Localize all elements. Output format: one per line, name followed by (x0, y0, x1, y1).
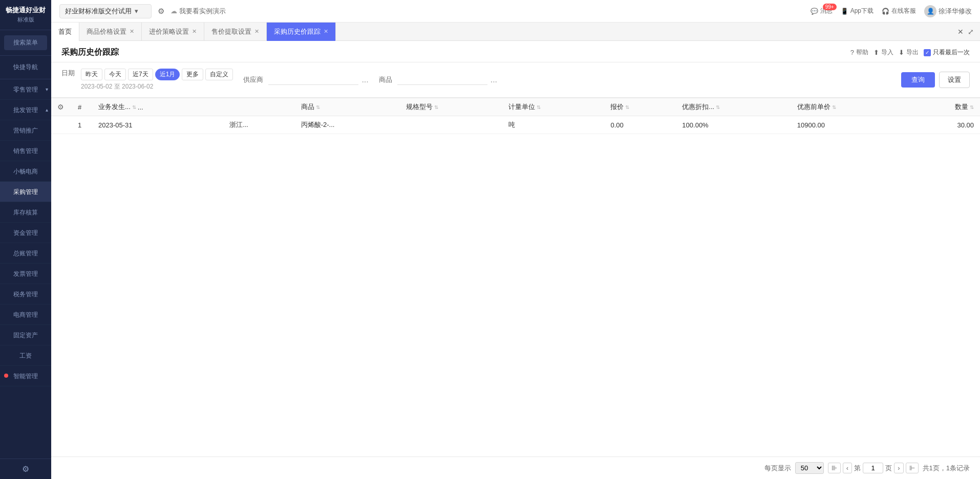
tab-sale-price-close[interactable]: ✕ (254, 28, 259, 35)
tab-purchase-strategy-close[interactable]: ✕ (192, 28, 197, 35)
sidebar-item-finance[interactable]: 资金管理 (0, 223, 51, 243)
prev-page-button[interactable]: ‹ (843, 463, 852, 473)
sidebar-item-smart[interactable]: 智能管理 (0, 366, 51, 386)
only-last-checkbox[interactable]: ✓ 只看最后一次 (924, 48, 970, 57)
sidebar-item-invoice[interactable]: 发票管理 (0, 264, 51, 284)
sidebar-item-ecommerce-small[interactable]: 小畅电商 (0, 161, 51, 182)
import-button[interactable]: ⬆ 导入 (874, 48, 893, 57)
th-biz-date-label: 业务发生... (98, 102, 131, 112)
th-unit[interactable]: 计量单位 ⇅ (502, 98, 605, 116)
filter-row: 日期 昨天 今天 近7天 近1月 更多 自定义 2023-05-02 至 202… (61, 69, 970, 91)
date-btn-today[interactable]: 今天 (104, 69, 126, 80)
import-label: 导入 (881, 48, 893, 57)
sidebar-item-sales[interactable]: 销售管理 (0, 141, 51, 161)
th-spec[interactable]: 规格型号 ⇅ (400, 98, 502, 116)
page-input[interactable]: 1 (863, 463, 883, 473)
sidebar-item-fixed-assets[interactable]: 固定资产 (0, 325, 51, 345)
sidebar-item-marketing[interactable]: 营销推广 (0, 120, 51, 141)
th-pre-discount-price[interactable]: 优惠前单价 ⇅ (791, 98, 908, 116)
tab-price-close[interactable]: ✕ (130, 28, 134, 35)
user-menu-button[interactable]: 👤 徐泽华修改 (924, 5, 972, 17)
sidebar-item-wholesale[interactable]: 批发管理 ▴ (0, 100, 51, 120)
column-settings-icon[interactable]: ⚙ (57, 103, 64, 111)
total-info: 共1页，1条记录 (923, 464, 970, 473)
date-btn-7days[interactable]: 近7天 (128, 69, 153, 80)
page-header: 采购历史价跟踪 ? 帮助 ⬆ 导入 ⬇ 导出 ✓ 只看最后一次 (51, 41, 980, 62)
th-qty[interactable]: 数量 ⇅ (908, 98, 980, 116)
sidebar-quick-nav[interactable]: 快捷导航 (0, 56, 51, 79)
th-discount-label: 优惠折扣... (682, 102, 714, 112)
logo-text: 畅捷通好业财 (4, 6, 47, 15)
maximize-tab-button[interactable]: ⤢ (966, 26, 976, 38)
close-tab-button[interactable]: ✕ (955, 26, 966, 38)
query-button[interactable]: 查询 (901, 72, 935, 88)
demo-text: 我要看实例演示 (179, 7, 226, 16)
th-gear[interactable]: ⚙ (51, 98, 72, 116)
th-quote[interactable]: 报价 ⇅ (604, 98, 676, 116)
settings-gear-icon[interactable]: ⚙ (22, 465, 29, 473)
date-btn-1month[interactable]: 近1月 (155, 69, 180, 80)
sort-icon-goods: ⇅ (316, 104, 320, 110)
th-discount[interactable]: 优惠折扣... ⇅ (676, 98, 791, 116)
cell-spec (400, 116, 502, 134)
table-header-row: ⚙ # 业务发生... ⇅ ... (51, 98, 980, 116)
demo-button[interactable]: ☁ 我要看实例演示 (171, 7, 226, 16)
sidebar-search-section[interactable]: 搜索菜单 (0, 30, 51, 56)
cell-pre-discount-price: 10900.00 (791, 116, 908, 134)
page-actions: ? 帮助 ⬆ 导入 ⬇ 导出 ✓ 只看最后一次 (850, 48, 970, 57)
tab-home[interactable]: 首页 (51, 23, 79, 41)
export-button[interactable]: ⬇ 导出 (899, 48, 919, 57)
tab-price[interactable]: 商品价格设置 ✕ (79, 23, 142, 41)
sidebar-item-inventory[interactable]: 库存核算 (0, 202, 51, 223)
th-biz-date[interactable]: 业务发生... ⇅ ... (92, 98, 223, 116)
sidebar-item-ledger[interactable]: 总账管理 (0, 243, 51, 264)
online-service-button[interactable]: 🎧 在线客服 (882, 7, 916, 15)
selector-arrow-icon: ▾ (135, 7, 138, 15)
cell-qty: 30.00 (908, 116, 980, 134)
sort-icon-discount: ⇅ (716, 104, 720, 110)
sidebar-item-salary[interactable]: 工资 (0, 345, 51, 366)
cell-no: 1 (72, 116, 92, 134)
supplier-input[interactable] (268, 75, 358, 85)
checkbox-icon: ✓ (924, 49, 931, 56)
goods-filter-label: 商品 (379, 75, 392, 84)
app-download-button[interactable]: 📱 App下载 (841, 7, 874, 15)
help-label: 帮助 (856, 48, 868, 57)
next-page-button[interactable]: › (894, 463, 903, 473)
sidebar-item-ecommerce[interactable]: 电商管理 (0, 304, 51, 325)
search-menu-button[interactable]: 搜索菜单 (4, 35, 47, 50)
tab-purchase-strategy[interactable]: 进价策略设置 ✕ (142, 23, 204, 41)
mobile-icon: 📱 (841, 8, 848, 15)
filter-settings-button[interactable]: 设置 (939, 72, 970, 88)
last-page-button[interactable]: ⊩ (906, 463, 919, 473)
sidebar-item-purchase[interactable]: 采购管理 (0, 182, 51, 202)
date-btn-yesterday[interactable]: 昨天 (81, 69, 102, 80)
supplier-dots[interactable]: ... (361, 75, 368, 84)
logo-sub: 标准版 (4, 16, 47, 24)
th-goods[interactable]: 商品 ⇅ (295, 98, 400, 116)
first-page-button[interactable]: ⊪ (828, 463, 841, 473)
goods-dots[interactable]: ... (491, 75, 497, 84)
page-suffix: 页 (885, 464, 892, 473)
help-button[interactable]: ? 帮助 (850, 48, 868, 57)
sidebar-item-tax[interactable]: 税务管理 (0, 284, 51, 304)
topbar-gear-icon[interactable]: ⚙ (158, 7, 164, 16)
topbar-right: 💬 消息 99+ 📱 App下载 🎧 在线客服 👤 徐泽华修改 (811, 5, 972, 17)
sidebar-item-retail[interactable]: 零售管理 ▾ (0, 79, 51, 100)
goods-input[interactable] (397, 75, 487, 85)
sort-icon-unit: ⇅ (537, 104, 541, 110)
import-icon: ⬆ (874, 49, 879, 56)
quick-nav-button[interactable]: 快捷导航 (0, 59, 51, 76)
table-row[interactable]: 1 2023-05-31 浙江... 丙烯酸-2-... 吨 0.00 100.… (51, 116, 980, 134)
version-selector[interactable]: 好业财标准版交付试用 ▾ (59, 4, 152, 18)
tab-history-price[interactable]: 采购历史价跟踪 ✕ (267, 23, 336, 41)
date-btn-custom[interactable]: 自定义 (205, 69, 233, 80)
sort-icon-qty: ⇅ (970, 104, 974, 110)
message-button[interactable]: 💬 消息 99+ (811, 7, 833, 15)
date-btn-more[interactable]: 更多 (182, 69, 203, 80)
th-quote-label: 报价 (610, 102, 624, 112)
tab-sale-price[interactable]: 售价提取设置 ✕ (204, 23, 267, 41)
data-table: ⚙ # 业务发生... ⇅ ... (51, 98, 980, 134)
per-page-select[interactable]: 10 20 50 100 (795, 462, 824, 474)
tab-history-price-close[interactable]: ✕ (324, 28, 328, 35)
